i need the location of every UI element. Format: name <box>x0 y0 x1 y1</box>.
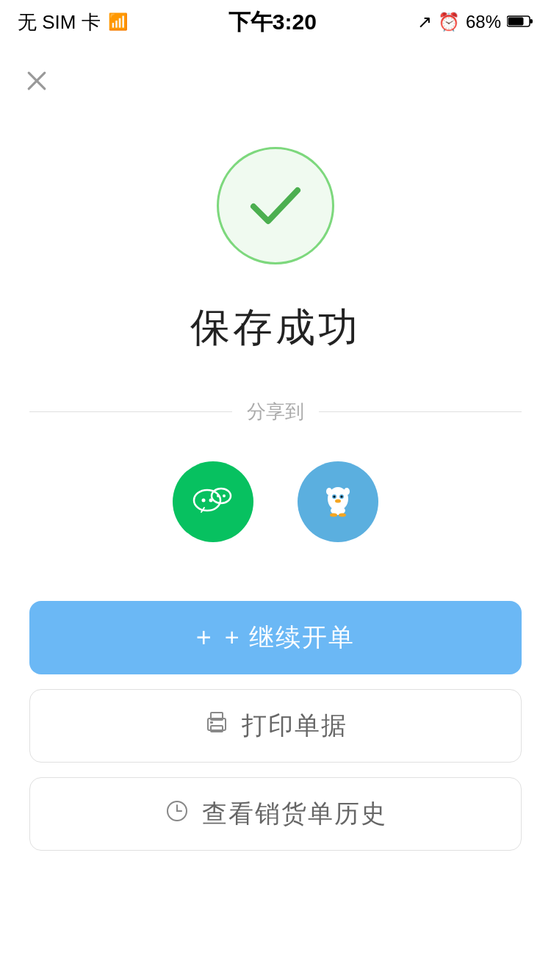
checkmark-icon <box>242 173 309 239</box>
battery-label: 68% <box>466 12 501 32</box>
close-button[interactable] <box>15 59 59 103</box>
svg-point-5 <box>194 490 220 511</box>
svg-point-21 <box>344 488 350 495</box>
print-icon <box>204 710 230 742</box>
svg-point-18 <box>330 514 337 517</box>
alarm-icon: ⏰ <box>438 12 460 32</box>
success-title: 保存成功 <box>190 301 361 355</box>
status-left: 无 SIM 卡 📶 <box>18 10 128 35</box>
svg-rect-25 <box>210 721 213 724</box>
status-right: ↗ ⏰ 68% <box>417 12 533 32</box>
svg-rect-1 <box>530 19 533 24</box>
svg-point-10 <box>223 494 226 497</box>
plus-icon: + <box>196 622 213 653</box>
svg-point-16 <box>341 496 343 498</box>
svg-point-8 <box>209 499 213 502</box>
close-icon <box>24 68 50 94</box>
divider-line-left <box>29 411 232 412</box>
location-icon: ↗ <box>417 12 432 32</box>
svg-point-20 <box>326 488 332 495</box>
svg-point-17 <box>335 500 341 503</box>
qq-icon <box>314 478 361 525</box>
share-icons <box>173 461 378 542</box>
svg-point-9 <box>217 494 220 497</box>
svg-rect-2 <box>508 18 523 26</box>
share-divider: 分享到 <box>29 399 522 425</box>
wifi-icon: 📶 <box>108 12 128 32</box>
action-buttons: + + 继续开单 打印单据 查看销货单历 <box>29 601 522 851</box>
main-content: 保存成功 分享到 <box>0 103 551 980</box>
no-sim-label: 无 SIM 卡 <box>18 10 101 35</box>
success-circle <box>217 147 334 264</box>
battery-icon <box>507 12 533 32</box>
history-button[interactable]: 查看销货单历史 <box>29 777 522 851</box>
wechat-share-button[interactable] <box>173 461 253 542</box>
continue-order-button[interactable]: + + 继续开单 <box>29 601 522 674</box>
print-button[interactable]: 打印单据 <box>29 689 522 763</box>
qq-share-button[interactable] <box>298 461 378 542</box>
svg-point-19 <box>339 514 346 517</box>
svg-point-7 <box>202 499 206 502</box>
divider-line-right <box>319 411 522 412</box>
share-label: 分享到 <box>247 399 304 425</box>
continue-order-label: + 继续开单 <box>225 621 355 655</box>
print-label: 打印单据 <box>242 709 347 743</box>
history-icon <box>164 798 190 830</box>
wechat-icon <box>190 478 237 525</box>
svg-point-15 <box>334 496 336 498</box>
status-bar: 无 SIM 卡 📶 下午3:20 ↗ ⏰ 68% <box>0 0 551 44</box>
history-label: 查看销货单历史 <box>202 797 387 831</box>
status-time: 下午3:20 <box>228 7 317 37</box>
